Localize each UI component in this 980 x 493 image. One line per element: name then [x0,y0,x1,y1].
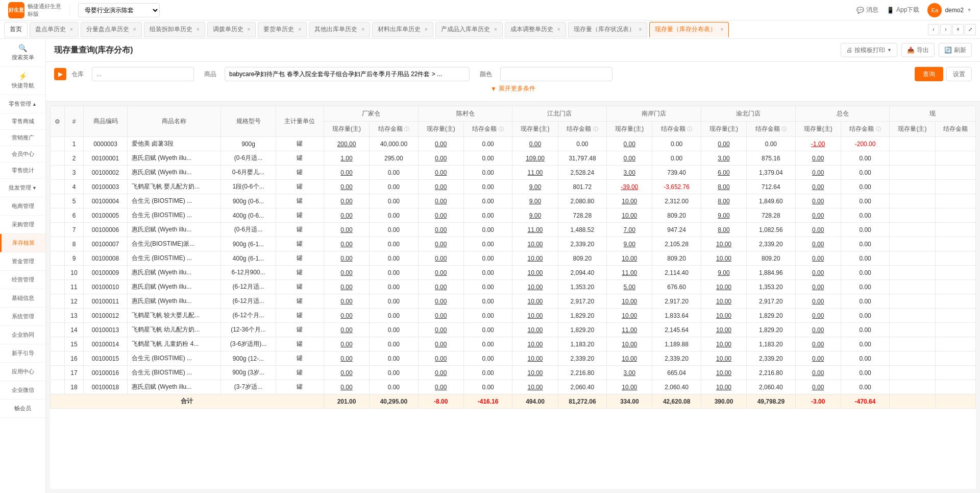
row-czc-qty[interactable]: 0.00 [324,208,369,223]
row-namd-qty[interactable]: 10.00 [607,294,652,309]
sidebar-item-basic-info[interactable]: 基础信息 [0,289,45,308]
sidebar-item-wechat[interactable]: 企业微信 [0,381,45,400]
row-ccc-qty[interactable]: 0.00 [418,180,463,194]
toggle-search-btn[interactable]: ▶ [54,68,66,80]
row-namd-qty[interactable]: 11.00 [607,323,652,337]
sidebar-item-member2[interactable]: 畅会员 [0,400,45,418]
row-namd-qty[interactable]: 10.00 [607,208,652,223]
row-czc-qty[interactable]: 0.00 [324,194,369,208]
row-yb-qty[interactable]: 10.00 [701,294,746,309]
color-input[interactable] [500,67,612,81]
row-namd-qty[interactable]: 0.00 [607,151,652,166]
row-yb-qty[interactable]: 10.00 [701,323,746,337]
row-czc-qty[interactable]: 0.00 [324,180,369,194]
row-namd-qty[interactable]: 10.00 [607,251,652,266]
row-ccc-qty[interactable]: 0.00 [418,208,463,223]
row-yb-qty[interactable]: 3.00 [701,151,746,166]
tab-close-icon[interactable]: × [425,27,428,32]
row-czc-qty[interactable]: 0.00 [324,351,369,366]
row-ccc-qty[interactable]: 0.00 [418,251,463,266]
tab-close-icon[interactable]: × [248,27,251,32]
tab-product-in[interactable]: 产成品入库单历史 × [435,22,503,37]
settings-btn[interactable]: 设置 [946,67,972,81]
row-jbmd-qty[interactable]: 10.00 [512,294,558,309]
refresh-btn[interactable]: 🔄 刷新 [939,43,972,57]
row-jbmd-qty[interactable]: 10.00 [512,366,558,380]
row-yb-qty[interactable]: 9.00 [701,266,746,280]
print-btn[interactable]: 🖨 按模板打印 ▼ [841,43,897,57]
row-namd-qty[interactable]: 10.00 [607,351,652,366]
row-ccc-qty[interactable]: 0.00 [418,366,463,380]
tab-more-btn[interactable]: ⤢ [965,24,976,35]
row-yb-qty[interactable]: 6.00 [701,166,746,180]
sidebar-item-guide[interactable]: 新手引导 [0,344,45,363]
tab-close-icon[interactable]: × [557,27,560,32]
row-czc-qty[interactable]: 0.00 [324,366,369,380]
tab-material-out[interactable]: 材料出库单历史 × [372,22,433,37]
row-yb-qty[interactable]: 10.00 [701,280,746,294]
row-ccc-qty[interactable]: 0.00 [418,194,463,208]
tab-prev-btn[interactable]: ‹ [928,24,939,35]
row-jbmd-qty[interactable]: 109.00 [512,151,558,166]
row-czc-qty[interactable]: 0.00 [324,237,369,251]
row-ccc-qty[interactable]: 0.00 [418,151,463,166]
row-total-qty[interactable]: 0.00 [795,180,841,194]
row-yb-qty[interactable]: 0.00 [701,137,746,151]
tab-assembly[interactable]: 组装拆卸单历史 × [144,22,205,37]
tab-cost-adjust[interactable]: 成本调整单历史 × [505,22,566,37]
row-jbmd-qty[interactable]: 9.00 [512,180,558,194]
row-total-qty[interactable]: 0.00 [795,251,841,266]
row-jbmd-qty[interactable]: 10.00 [512,323,558,337]
tab-close-icon[interactable]: × [197,27,200,32]
row-ccc-qty[interactable]: 0.00 [418,280,463,294]
sidebar-item-enterprise[interactable]: 企业协同 [0,326,45,344]
row-yb-qty[interactable]: 10.00 [701,337,746,351]
row-jbmd-qty[interactable]: 9.00 [512,194,558,208]
sidebar-item-finance[interactable]: 资金管理 [0,252,45,271]
sidebar-item-app-center[interactable]: 应用中心 [0,363,45,381]
row-namd-qty[interactable]: 0.00 [607,137,652,151]
sidebar-item-retail-mall[interactable]: 零售商城 [0,113,45,130]
tab-close-all-btn[interactable]: × [952,24,964,35]
row-namd-qty[interactable]: 11.00 [607,266,652,280]
row-yb-qty[interactable]: 8.00 [701,180,746,194]
row-czc-qty[interactable]: 0.00 [324,266,369,280]
row-ccc-qty[interactable]: 0.00 [418,137,463,151]
row-ccc-qty[interactable]: 0.00 [418,237,463,251]
row-total-qty[interactable]: 0.00 [795,280,841,294]
sidebar-item-marketing[interactable]: 营销推广 [0,130,45,146]
industry-selector[interactable]: 母婴行业演示陈套 [78,3,160,17]
row-total-qty[interactable]: 0.00 [795,380,841,394]
row-ccc-qty[interactable]: 0.00 [418,380,463,394]
sidebar-item-operations[interactable]: 经营管理 [0,271,45,289]
tab-close-icon[interactable]: × [298,27,301,32]
tab-inventory-check[interactable]: 盘点单历史 × [30,22,79,37]
row-ccc-qty[interactable]: 0.00 [418,323,463,337]
tab-close-icon[interactable]: × [720,27,723,32]
row-namd-qty[interactable]: 10.00 [607,337,652,351]
th-settings[interactable]: ⚙ [51,106,65,137]
tab-close-icon[interactable]: × [494,27,497,32]
row-ccc-qty[interactable]: 0.00 [418,294,463,309]
row-namd-qty[interactable]: -39.00 [607,180,652,194]
sidebar-item-search[interactable]: 🔍 搜索英单 [0,39,45,67]
row-namd-qty[interactable]: 5.00 [607,280,652,294]
query-btn[interactable]: 查询 [915,67,943,81]
row-namd-qty[interactable]: 10.00 [607,309,652,323]
sidebar-item-member[interactable]: 会员中心 [0,146,45,162]
row-ccc-qty[interactable]: 0.00 [418,337,463,351]
row-jbmd-qty[interactable]: 11.00 [512,166,558,180]
sidebar-item-nav[interactable]: ⚡ 快捷导航 [0,67,45,95]
tab-other-out[interactable]: 其他出库单历史 × [309,22,370,37]
row-ccc-qty[interactable]: 0.00 [418,266,463,280]
row-czc-qty[interactable]: 0.00 [324,380,369,394]
row-total-qty[interactable]: 0.00 [795,166,841,180]
row-czc-qty[interactable]: 0.00 [324,309,369,323]
tab-order[interactable]: 要货单历史 × [258,22,307,37]
row-jbmd-qty[interactable]: 10.00 [512,251,558,266]
tab-stock-dist[interactable]: 现存量（库存分布表） × [649,22,729,37]
row-jbmd-qty[interactable]: 10.00 [512,337,558,351]
expand-btn[interactable]: ▼ 展开更多条件 [491,84,535,93]
row-total-qty[interactable]: 0.00 [795,208,841,223]
row-czc-qty[interactable]: 0.00 [324,251,369,266]
